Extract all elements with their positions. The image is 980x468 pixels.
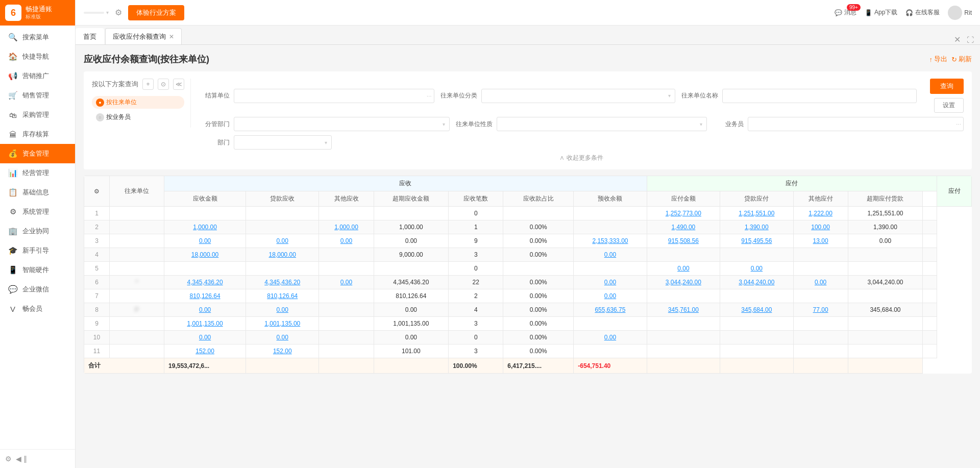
table-cell[interactable]: 810,126.64 bbox=[246, 289, 319, 303]
table-cell[interactable]: 1,222.00 bbox=[793, 207, 848, 220]
table-cell[interactable] bbox=[574, 317, 647, 331]
salesman-input[interactable]: ··· bbox=[748, 117, 964, 131]
table-cell[interactable]: 0.00 bbox=[793, 276, 848, 289]
table-cell[interactable] bbox=[319, 262, 374, 276]
table-cell[interactable]: 0.00 bbox=[319, 234, 374, 248]
table-cell[interactable]: 0.00 bbox=[246, 331, 319, 344]
online-service-button[interactable]: 🎧 在线客服 bbox=[905, 8, 940, 17]
footer-collapse-icon[interactable]: ◀ ‖ bbox=[16, 455, 27, 463]
table-cell[interactable] bbox=[246, 220, 319, 234]
sidebar-item-sales[interactable]: 🛒 销售管理 bbox=[0, 86, 75, 105]
tab-maximize-icon[interactable]: ⛶ bbox=[967, 36, 974, 44]
table-cell[interactable]: 655,636.75 bbox=[574, 303, 647, 317]
table-cell[interactable]: 0.00 bbox=[164, 234, 246, 248]
settings-button[interactable]: 设置 bbox=[934, 98, 964, 113]
table-cell[interactable] bbox=[319, 248, 374, 262]
sidebar-item-search[interactable]: 🔍 搜索菜单 bbox=[0, 28, 75, 47]
topbar-gear-icon[interactable]: ⚙ bbox=[115, 8, 122, 17]
table-cell[interactable] bbox=[246, 262, 319, 276]
table-cell[interactable]: 1,001,135.00 bbox=[164, 317, 246, 331]
table-cell[interactable]: 1,000.00 bbox=[319, 220, 374, 234]
table-cell[interactable] bbox=[647, 317, 720, 331]
table-cell[interactable] bbox=[793, 331, 848, 344]
user-profile[interactable]: Rit bbox=[948, 6, 972, 20]
dept-manager-select[interactable]: ▾ bbox=[234, 117, 450, 131]
th-settings[interactable]: ⚙ bbox=[84, 176, 110, 207]
sidebar-item-quick[interactable]: 🏠 快捷导航 bbox=[0, 47, 75, 66]
table-cell[interactable] bbox=[574, 344, 647, 358]
sidebar-item-member[interactable]: V 畅会员 bbox=[0, 299, 75, 318]
table-cell[interactable] bbox=[720, 344, 793, 358]
table-cell[interactable] bbox=[720, 317, 793, 331]
table-cell[interactable] bbox=[793, 289, 848, 303]
footer-ar-total[interactable]: 19,553,472,6... bbox=[164, 358, 246, 374]
tab-close-icon[interactable]: ✕ bbox=[169, 33, 174, 40]
table-cell[interactable] bbox=[319, 331, 374, 344]
table-cell[interactable] bbox=[319, 303, 374, 317]
sidebar-item-basic[interactable]: 📋 基础信息 bbox=[0, 183, 75, 202]
table-cell[interactable]: 0.00 bbox=[164, 331, 246, 344]
table-cell[interactable] bbox=[647, 248, 720, 262]
table-cell[interactable]: 152.00 bbox=[246, 344, 319, 358]
table-cell[interactable] bbox=[720, 331, 793, 344]
table-cell[interactable]: 152.00 bbox=[164, 344, 246, 358]
table-cell[interactable]: 1,390.00 bbox=[720, 220, 793, 234]
table-cell[interactable] bbox=[319, 289, 374, 303]
table-cell[interactable] bbox=[720, 289, 793, 303]
app-download-button[interactable]: 📱 App下载 bbox=[865, 8, 897, 17]
sidebar-item-marketing[interactable]: 📢 营销推广 bbox=[0, 66, 75, 86]
sidebar-item-purchase[interactable]: 🛍 采购管理 bbox=[0, 105, 75, 125]
sidebar-item-wechat[interactable]: 💬 企业微信 bbox=[0, 280, 75, 299]
tab-arquery[interactable]: 应收应付余额查询 ✕ bbox=[105, 28, 182, 44]
table-cell[interactable] bbox=[647, 289, 720, 303]
table-cell[interactable]: 1,001,135.00 bbox=[246, 317, 319, 331]
refresh-button[interactable]: ↻ 刷新 bbox=[951, 55, 972, 64]
table-cell[interactable]: 0.00 bbox=[164, 303, 246, 317]
table-cell[interactable]: 0.00 bbox=[574, 331, 647, 344]
table-cell[interactable]: 0.00 bbox=[246, 234, 319, 248]
table-cell[interactable] bbox=[574, 262, 647, 276]
table-cell[interactable]: 0.00 bbox=[574, 276, 647, 289]
table-cell[interactable]: 100.00 bbox=[793, 220, 848, 234]
table-cell[interactable]: 4,345,436.20 bbox=[246, 276, 319, 289]
partner-name-input[interactable] bbox=[722, 89, 917, 103]
filter-add-btn[interactable]: + bbox=[142, 79, 154, 90]
table-cell[interactable] bbox=[793, 317, 848, 331]
table-cell[interactable]: 18,000.00 bbox=[164, 248, 246, 262]
table-cell[interactable]: 0.00 bbox=[647, 262, 720, 276]
table-cell[interactable]: 1,000.00 bbox=[164, 220, 246, 234]
footer-settings-icon[interactable]: ⚙ bbox=[5, 455, 12, 463]
table-cell[interactable]: 0.00 bbox=[319, 276, 374, 289]
partner-nature-select[interactable]: ▾ bbox=[497, 117, 706, 131]
filter-option-salesman[interactable]: ○ 按业务员 bbox=[92, 111, 184, 124]
table-cell[interactable]: 77.00 bbox=[793, 303, 848, 317]
settlement-input[interactable]: ··· bbox=[234, 89, 434, 103]
table-cell[interactable] bbox=[319, 207, 374, 220]
table-cell[interactable]: 0.00 bbox=[574, 248, 647, 262]
table-cell[interactable]: 0.00 bbox=[246, 303, 319, 317]
sidebar-item-smart[interactable]: 📱 智能硬件 bbox=[0, 260, 75, 280]
sidebar-item-corp[interactable]: 🏢 企业协同 bbox=[0, 221, 75, 241]
table-cell[interactable] bbox=[164, 262, 246, 276]
dept-select[interactable]: ▾ bbox=[234, 135, 332, 150]
table-cell[interactable]: 1,251,551.00 bbox=[720, 207, 793, 220]
table-cell[interactable]: 1,490.00 bbox=[647, 220, 720, 234]
sidebar-item-operation[interactable]: 📊 经营管理 bbox=[0, 163, 75, 183]
cta-button[interactable]: 体验行业方案 bbox=[128, 5, 184, 20]
table-cell[interactable] bbox=[319, 344, 374, 358]
table-cell[interactable] bbox=[647, 331, 720, 344]
export-button[interactable]: ↑ 导出 bbox=[929, 55, 948, 64]
table-cell[interactable]: 0.00 bbox=[720, 262, 793, 276]
collapse-button[interactable]: ∧ 收起更多条件 bbox=[559, 154, 603, 162]
table-cell[interactable] bbox=[246, 207, 319, 220]
tab-close-all-icon[interactable]: ✕ bbox=[954, 35, 961, 44]
filter-target-btn[interactable]: ⊙ bbox=[158, 79, 169, 90]
table-cell[interactable]: 345,761.00 bbox=[647, 303, 720, 317]
table-cell[interactable]: 345,684.00 bbox=[720, 303, 793, 317]
table-cell[interactable]: 915,508.56 bbox=[647, 234, 720, 248]
sidebar-item-fund[interactable]: 💰 资金管理 bbox=[0, 144, 75, 163]
table-cell[interactable] bbox=[720, 248, 793, 262]
table-cell[interactable]: 3,044,240.00 bbox=[720, 276, 793, 289]
table-cell[interactable] bbox=[319, 317, 374, 331]
table-cell[interactable]: 1,252,773.00 bbox=[647, 207, 720, 220]
